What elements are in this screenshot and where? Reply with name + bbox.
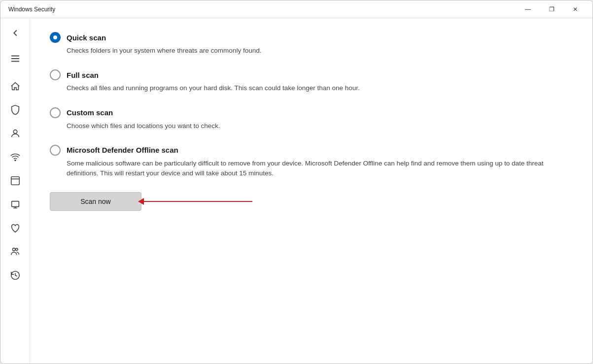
scan-option-quick: Quick scan Checks folders in your system… <box>50 32 573 56</box>
windows-security-window: Windows Security — ❐ ✕ <box>0 0 593 364</box>
account-icon <box>10 128 21 139</box>
svg-point-10 <box>12 248 15 251</box>
svg-point-11 <box>15 248 18 251</box>
back-icon <box>10 28 21 38</box>
scan-now-area: Scan now <box>50 192 573 211</box>
radio-full[interactable] <box>50 69 61 80</box>
sidebar-item-home[interactable] <box>3 75 27 97</box>
scan-now-button[interactable]: Scan now <box>50 192 141 211</box>
svg-rect-2 <box>11 61 19 62</box>
svg-rect-5 <box>11 177 19 185</box>
svg-rect-1 <box>11 58 19 59</box>
radio-quick[interactable] <box>50 32 61 43</box>
shield-icon <box>10 104 21 115</box>
sidebar-item-health[interactable] <box>3 217 27 239</box>
health-icon <box>10 223 21 233</box>
svg-point-3 <box>13 130 17 133</box>
scan-option-offline-header: Microsoft Defender Offline scan <box>50 145 573 156</box>
arrow-line <box>144 201 252 202</box>
quick-scan-desc: Checks folders in your system where thre… <box>67 46 573 56</box>
maximize-button[interactable]: ❐ <box>540 2 563 16</box>
arrow-annotation <box>139 198 252 205</box>
content-area: Quick scan Checks folders in your system… <box>30 18 593 364</box>
titlebar: Windows Security — ❐ ✕ <box>0 0 593 18</box>
svg-point-4 <box>15 160 16 161</box>
menu-icon <box>10 53 21 64</box>
scan-option-quick-header: Quick scan <box>50 32 573 43</box>
sidebar <box>0 18 30 364</box>
family-icon <box>10 246 21 257</box>
sidebar-item-shield[interactable] <box>3 99 27 121</box>
full-scan-label: Full scan <box>67 71 99 79</box>
sidebar-item-wifi[interactable] <box>3 146 27 168</box>
scan-option-full-header: Full scan <box>50 69 573 80</box>
scan-option-custom-header: Custom scan <box>50 107 573 118</box>
app-browser-icon <box>10 175 21 186</box>
minimize-button[interactable]: — <box>517 2 539 16</box>
titlebar-controls: — ❐ ✕ <box>517 2 587 16</box>
sidebar-item-menu[interactable] <box>3 48 27 69</box>
sidebar-item-app-browser[interactable] <box>3 170 27 192</box>
offline-scan-desc: Some malicious software can be particula… <box>67 159 573 179</box>
svg-rect-7 <box>11 201 19 207</box>
custom-scan-label: Custom scan <box>67 108 113 117</box>
arrow-head <box>138 198 144 205</box>
scan-option-offline: Microsoft Defender Offline scan Some mal… <box>50 145 573 179</box>
svg-rect-0 <box>11 56 19 57</box>
full-scan-desc: Checks all files and running programs on… <box>67 83 573 93</box>
sidebar-item-back[interactable] <box>3 22 27 44</box>
radio-custom[interactable] <box>50 107 61 118</box>
sidebar-item-account[interactable] <box>3 123 27 144</box>
main-area: Quick scan Checks folders in your system… <box>0 18 593 364</box>
offline-scan-label: Microsoft Defender Offline scan <box>67 146 178 154</box>
close-button[interactable]: ✕ <box>564 2 587 16</box>
wifi-icon <box>10 152 21 163</box>
custom-scan-desc: Choose which files and locations you wan… <box>67 121 573 131</box>
scan-option-full: Full scan Checks all files and running p… <box>50 69 573 93</box>
history-icon <box>10 270 21 281</box>
window-title: Windows Security <box>8 6 55 13</box>
scan-option-custom: Custom scan Choose which files and locat… <box>50 107 573 131</box>
radio-offline[interactable] <box>50 145 61 156</box>
home-icon <box>10 81 21 92</box>
quick-scan-label: Quick scan <box>67 33 106 42</box>
sidebar-item-history[interactable] <box>3 265 27 286</box>
sidebar-item-device[interactable] <box>3 194 27 215</box>
device-security-icon <box>10 199 21 210</box>
sidebar-item-family[interactable] <box>3 241 27 263</box>
red-arrow <box>139 198 252 205</box>
